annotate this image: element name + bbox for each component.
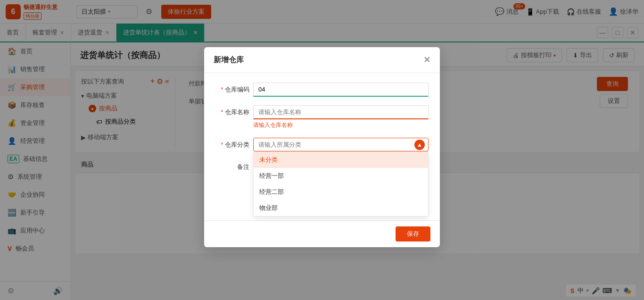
name-required-mark: * (221, 108, 223, 116)
category-field-wrapper: ▲ 未分类 经营一部 经营二部 物业部 (253, 138, 429, 151)
name-error-message: 请输入仓库名称 (253, 121, 429, 129)
category-dropdown-list: 未分类 经营一部 经营二部 物业部 (253, 151, 429, 217)
category-dropdown-toggle[interactable]: ▲ (414, 140, 425, 150)
name-field-label: * 仓库名称 (215, 105, 253, 117)
new-warehouse-modal: 新增仓库 ✕ * 仓库编码 * 仓库名称 (204, 47, 440, 247)
code-required-mark: * (221, 86, 223, 93)
code-field-label: * 仓库编码 (215, 83, 253, 94)
modal-footer: 保存 (204, 220, 440, 247)
code-input[interactable] (253, 83, 429, 97)
name-label-text: 仓库名称 (225, 108, 249, 116)
code-label-text: 仓库编码 (225, 86, 249, 93)
category-required-mark: * (221, 141, 223, 148)
arrow-up-icon: ▲ (417, 142, 422, 148)
modal-title: 新增仓库 (214, 55, 244, 65)
category-input[interactable] (253, 138, 429, 151)
modal-body: * 仓库编码 * 仓库名称 请输入仓库名称 (204, 73, 440, 220)
category-label-text: 仓库分类 (225, 141, 249, 148)
modal-overlay: 新增仓库 ✕ * 仓库编码 * 仓库名称 (0, 0, 644, 300)
name-field-wrapper: 请输入仓库名称 (253, 105, 429, 129)
dropdown-item-dept3[interactable]: 物业部 (254, 200, 428, 216)
dropdown-item-uncategorized[interactable]: 未分类 (254, 152, 428, 168)
note-label-text: 备注 (237, 163, 249, 170)
modal-close-button[interactable]: ✕ (423, 55, 430, 65)
note-field-label: 备注 (215, 160, 253, 171)
save-button[interactable]: 保存 (396, 226, 430, 242)
dropdown-item-dept2[interactable]: 经营二部 (254, 184, 428, 200)
code-field-wrapper (253, 83, 429, 97)
form-row-category: * 仓库分类 ▲ 未分类 经营一部 经营二部 物业部 (215, 138, 429, 151)
dropdown-item-dept1[interactable]: 经营一部 (254, 168, 428, 184)
form-row-code: * 仓库编码 (215, 83, 429, 97)
modal-header: 新增仓库 ✕ (204, 47, 440, 73)
form-row-name: * 仓库名称 请输入仓库名称 (215, 105, 429, 129)
category-field-label: * 仓库分类 (215, 138, 253, 149)
name-input[interactable] (253, 105, 429, 119)
